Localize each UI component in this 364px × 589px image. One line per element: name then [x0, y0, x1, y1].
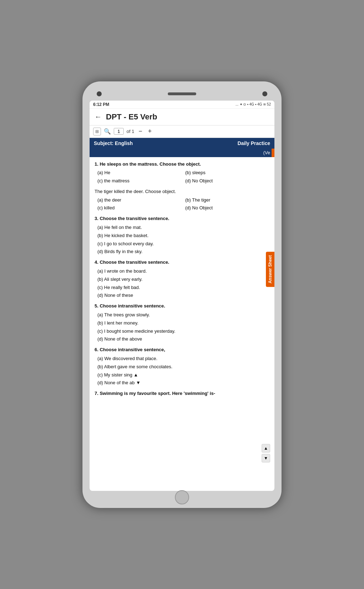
q1-option-c: (c) the mattress — [97, 177, 182, 185]
q2-option-a: (a) the deer — [97, 196, 182, 204]
subject-label: Subject: English — [94, 140, 133, 146]
back-button[interactable]: ← — [95, 113, 102, 121]
nav-arrows: ▲ ▼ — [262, 444, 270, 462]
q1-option-a: (a) He — [97, 169, 182, 177]
daily-practice-label: Daily Practice — [237, 140, 270, 146]
phone-bottom — [90, 494, 274, 501]
q2-option-b: (b) The tiger — [185, 196, 269, 204]
answer-sheet-tab[interactable]: Answer Sheet — [266, 252, 274, 287]
q5-option-c: (c) I bought some medicine yesterday. — [97, 327, 269, 336]
question-3-options: (a) He fell on the mat. (b) He kicked th… — [95, 224, 269, 256]
search-icon[interactable]: 🔍 — [104, 128, 111, 135]
status-bar: 6:12 PM ... ✦ ⊙ ▪ 4G ▪ 4G ≋ 52 — [90, 101, 274, 109]
question-3-text: 3. Choose the transitive sentence. — [95, 215, 269, 223]
q2-option-c: (c) killed — [97, 204, 182, 212]
question-7-text: 7. Swimming is my favourite sport. Here … — [95, 390, 269, 397]
subtitle-bar: (Ve — [90, 149, 274, 157]
questions-area: 1. He sleeps on the mattress. Choose the… — [90, 157, 274, 404]
view-icon[interactable]: ⊞ — [93, 128, 101, 135]
front-camera-right — [262, 91, 267, 96]
phone-top-bar — [90, 89, 274, 96]
app-header: ← DPT - E5 Verb — [90, 109, 274, 125]
q3-option-a: (a) He fell on the mat. — [97, 224, 269, 232]
q6-option-c: (c) My sister sing ▲ — [97, 371, 269, 379]
question-5: 5. Choose intransitive sentence. (a) The… — [95, 302, 269, 343]
status-time: 6:12 PM — [93, 102, 109, 107]
q3-option-d: (d) Birds fly in the sky. — [97, 248, 269, 256]
q5-option-d: (d) None of the above — [97, 335, 269, 343]
question-4-text: 4. Choose the transitive sentence. — [95, 259, 269, 266]
question-2-options: (a) the deer (b) The tiger (c) killed (d… — [95, 196, 269, 213]
orange-side-tab — [272, 149, 274, 157]
status-icons: ... ✦ ⊙ ▪ 4G ▪ 4G ≋ 52 — [236, 102, 271, 106]
content-area: Subject: English Daily Practice (Ve Answ… — [90, 138, 274, 491]
question-5-text: 5. Choose intransitive sentence. — [95, 302, 269, 310]
q5-option-a: (a) The trees grow slowly. — [97, 311, 269, 319]
question-7: 7. Swimming is my favourite sport. Here … — [95, 390, 269, 397]
question-2: The tiger killed the deer. Choose object… — [95, 188, 269, 212]
toolbar: ⊞ 🔍 of 1 − + — [90, 125, 274, 138]
q4-option-b: (b) Ali slept very early. — [97, 275, 269, 284]
phone-speaker — [168, 92, 196, 95]
subject-header: Subject: English Daily Practice — [90, 138, 274, 149]
q6-option-b: (b) Albert gave me some chocolates. — [97, 363, 269, 371]
question-1-options: (a) He (b) sleeps (c) the mattress (d) N… — [95, 169, 269, 185]
q6-option-d: (d) None of the ab ▼ — [97, 379, 269, 387]
q3-option-c: (c) I go to school every day. — [97, 240, 269, 248]
page-title: DPT - E5 Verb — [106, 112, 157, 122]
page-total: of 1 — [127, 129, 134, 134]
home-button[interactable] — [175, 490, 189, 504]
question-1-text: 1. He sleeps on the mattress. Choose the… — [95, 161, 269, 168]
question-1: 1. He sleeps on the mattress. Choose the… — [95, 161, 269, 185]
q4-option-c: (c) He really felt bad. — [97, 284, 269, 292]
question-3: 3. Choose the transitive sentence. (a) H… — [95, 215, 269, 256]
subtitle-text: (Ve — [263, 150, 270, 155]
q1-option-d: (d) No Object — [185, 177, 269, 185]
question-5-options: (a) The trees grow slowly. (b) I lent he… — [95, 311, 269, 343]
q6-option-a: (a) We discovered that place. — [97, 355, 269, 363]
q4-option-d: (d) None of these — [97, 291, 269, 300]
page-number-input[interactable] — [114, 128, 124, 135]
zoom-plus-button[interactable]: + — [146, 128, 153, 135]
q1-option-b: (b) sleeps — [185, 169, 269, 177]
q2-option-d: (d) No Object — [185, 204, 269, 212]
question-4: 4. Choose the transitive sentence. (a) I… — [95, 259, 269, 300]
nav-up-button[interactable]: ▲ — [262, 444, 270, 453]
question-6-text: 6. Choose intransitive sentence, — [95, 346, 269, 354]
zoom-minus-button[interactable]: − — [137, 128, 144, 135]
q3-option-b: (b) He kicked the basket. — [97, 232, 269, 240]
nav-down-button[interactable]: ▼ — [262, 454, 270, 462]
phone-screen: 6:12 PM ... ✦ ⊙ ▪ 4G ▪ 4G ≋ 52 ← DPT - E… — [90, 101, 274, 491]
q4-option-a: (a) I wrote on the board. — [97, 267, 269, 275]
phone-frame: 6:12 PM ... ✦ ⊙ ▪ 4G ▪ 4G ≋ 52 ← DPT - E… — [82, 81, 282, 508]
question-2-text: The tiger killed the deer. Choose object… — [95, 188, 269, 196]
question-6: 6. Choose intransitive sentence, (a) We … — [95, 346, 269, 387]
question-6-options: (a) We discovered that place. (b) Albert… — [95, 355, 269, 387]
question-4-options: (a) I wrote on the board. (b) Ali slept … — [95, 267, 269, 300]
q5-option-b: (b) I lent her money. — [97, 319, 269, 327]
front-camera-left — [97, 91, 102, 96]
